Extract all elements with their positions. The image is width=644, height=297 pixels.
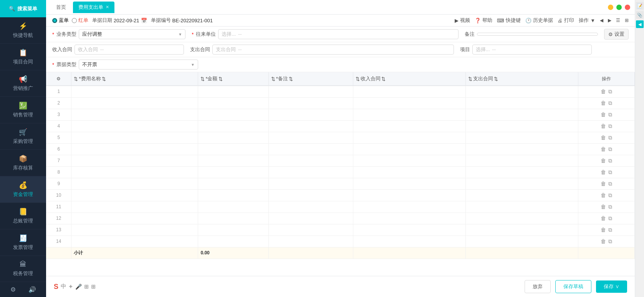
radio-red-input[interactable]: [72, 18, 77, 23]
speaker-icon[interactable]: 🔊: [28, 286, 36, 293]
sidebar-header[interactable]: 🔍 搜索菜单: [0, 0, 46, 17]
row-amount-13[interactable]: [198, 224, 268, 236]
sidebar-item-4[interactable]: 🛒采购管理: [0, 123, 46, 150]
delete-icon-11[interactable]: 🗑: [601, 204, 606, 210]
date-value[interactable]: 2022-09-21: [114, 18, 139, 23]
delete-icon-2[interactable]: 🗑: [601, 100, 606, 106]
edge-btn-2[interactable]: 📎: [636, 11, 644, 19]
settings-btn[interactable]: ⚙ 设置: [604, 29, 629, 40]
row-note-10[interactable]: [268, 189, 353, 201]
th-amount-sort-icon[interactable]: ⇅: [200, 76, 205, 82]
grid-view-btn[interactable]: ⊞: [625, 18, 629, 23]
row-note-9[interactable]: [268, 178, 353, 189]
row-amount-6[interactable]: [198, 143, 268, 155]
row-name-14[interactable]: [71, 236, 198, 247]
brand-icon-1[interactable]: 中: [61, 283, 66, 290]
nav-prev-btn[interactable]: ◀: [600, 18, 603, 23]
edge-btn-3[interactable]: ◀: [636, 20, 644, 28]
row-income-13[interactable]: [353, 224, 465, 236]
tab-close-icon[interactable]: ✕: [106, 5, 109, 10]
tab-expense[interactable]: 费用支出单 ✕: [73, 2, 114, 13]
row-expense-3[interactable]: [466, 109, 578, 120]
row-name-10[interactable]: [71, 189, 198, 201]
th-expense-sort-icon[interactable]: ⇅: [468, 76, 472, 82]
row-expense-14[interactable]: [466, 236, 578, 247]
row-expense-11[interactable]: [466, 201, 578, 212]
copy-icon-2[interactable]: ⧉: [608, 100, 612, 106]
print-btn[interactable]: 🖨 打印: [558, 17, 574, 24]
copy-icon-9[interactable]: ⧉: [608, 181, 612, 187]
window-min-btn[interactable]: [608, 5, 613, 10]
row-note-11[interactable]: [268, 201, 353, 212]
copy-icon-10[interactable]: ⧉: [608, 192, 612, 199]
delete-icon-3[interactable]: 🗑: [601, 111, 606, 118]
row-name-1[interactable]: [71, 86, 198, 97]
row-expense-7[interactable]: [466, 155, 578, 166]
radio-blue-label[interactable]: 蓝单: [52, 17, 69, 24]
help-btn[interactable]: ❓ 帮助: [475, 17, 492, 24]
delete-icon-9[interactable]: 🗑: [601, 181, 606, 187]
row-amount-8[interactable]: [198, 166, 268, 178]
th-name-sort-down-icon[interactable]: ⇅: [102, 76, 106, 82]
th-name-sort-up-icon[interactable]: ⇅: [74, 76, 78, 82]
row-amount-11[interactable]: [198, 201, 268, 212]
row-income-3[interactable]: [353, 109, 465, 120]
row-amount-12[interactable]: [198, 212, 268, 224]
row-income-9[interactable]: [353, 178, 465, 189]
copy-icon-5[interactable]: ⧉: [608, 134, 612, 141]
row-amount-10[interactable]: [198, 189, 268, 201]
copy-icon-4[interactable]: ⧉: [608, 123, 612, 129]
copy-icon-1[interactable]: ⧉: [608, 88, 612, 95]
delete-icon-5[interactable]: 🗑: [601, 134, 606, 141]
partner-dots-icon[interactable]: ···: [238, 32, 242, 37]
copy-icon-14[interactable]: ⧉: [608, 238, 612, 245]
partner-input[interactable]: 选择... ···: [218, 29, 458, 39]
row-note-1[interactable]: [268, 86, 353, 97]
delete-icon-8[interactable]: 🗑: [601, 169, 606, 176]
copy-icon-3[interactable]: ⧉: [608, 111, 612, 118]
discard-btn[interactable]: 放弃: [525, 280, 551, 293]
delete-icon-4[interactable]: 🗑: [601, 123, 606, 129]
copy-icon-12[interactable]: ⧉: [608, 215, 612, 222]
sidebar-item-1[interactable]: 📋项目合同: [0, 44, 46, 70]
delete-icon-6[interactable]: 🗑: [601, 146, 606, 153]
row-income-14[interactable]: [353, 236, 465, 247]
doc-no-value[interactable]: BE-20220921-001: [172, 18, 213, 23]
row-name-5[interactable]: [71, 132, 198, 143]
row-expense-8[interactable]: [466, 166, 578, 178]
delete-icon-12[interactable]: 🗑: [601, 215, 606, 222]
th-income-sort-down-icon[interactable]: ⇅: [381, 76, 386, 82]
row-amount-7[interactable]: [198, 155, 268, 166]
row-note-3[interactable]: [268, 109, 353, 120]
row-name-12[interactable]: [71, 212, 198, 224]
project-dots-icon[interactable]: ···: [492, 47, 496, 52]
project-input[interactable]: 选择... ···: [472, 45, 592, 55]
row-expense-9[interactable]: [466, 178, 578, 189]
row-income-2[interactable]: [353, 97, 465, 109]
row-name-2[interactable]: [71, 97, 198, 109]
row-income-10[interactable]: [353, 189, 465, 201]
row-name-6[interactable]: [71, 143, 198, 155]
sidebar-item-3[interactable]: 💹销售管理: [0, 97, 46, 123]
brand-icon-2[interactable]: ✦: [68, 284, 73, 290]
row-amount-9[interactable]: [198, 178, 268, 189]
calendar-icon[interactable]: 📅: [141, 18, 147, 23]
sidebar-item-8[interactable]: 🧾发票管理: [0, 229, 46, 256]
row-income-7[interactable]: [353, 155, 465, 166]
copy-icon-13[interactable]: ⧉: [608, 227, 612, 233]
biz-type-select[interactable]: 应付调整 ▼: [79, 29, 185, 39]
tab-home[interactable]: 首页: [51, 2, 71, 13]
row-note-4[interactable]: [268, 120, 353, 132]
row-note-13[interactable]: [268, 224, 353, 236]
video-btn[interactable]: ▶ 视频: [455, 17, 470, 24]
row-name-13[interactable]: [71, 224, 198, 236]
sidebar-item-6[interactable]: 💰资金管理: [0, 176, 46, 203]
row-name-9[interactable]: [71, 178, 198, 189]
row-amount-14[interactable]: [198, 236, 268, 247]
row-expense-13[interactable]: [466, 224, 578, 236]
row-expense-10[interactable]: [466, 189, 578, 201]
delete-icon-7[interactable]: 🗑: [601, 158, 606, 164]
row-expense-6[interactable]: [466, 143, 578, 155]
row-expense-5[interactable]: [466, 132, 578, 143]
row-income-4[interactable]: [353, 120, 465, 132]
